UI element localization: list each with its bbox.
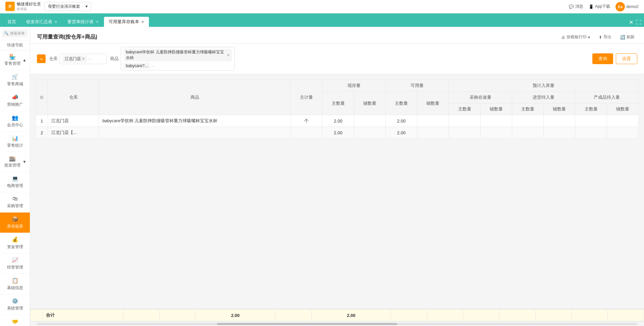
sidebar-quick-nav[interactable]: 快捷导航 <box>0 40 30 50</box>
refresh-label: 刷新 <box>627 34 635 40</box>
sidebar-item-finance-mgmt-label: 资金管理 <box>7 244 23 250</box>
industry-selector[interactable]: 母婴行业演示账套 ▾ <box>44 2 91 11</box>
sidebar-item-enterprise-collab[interactable]: 🤝 企业协同 <box>0 315 30 326</box>
setting-button[interactable]: 设置 <box>616 53 637 64</box>
sidebar-search[interactable]: 🔍 搜索菜单 <box>2 30 28 37</box>
table-cell <box>544 115 575 127</box>
table-cell <box>417 127 449 139</box>
product-filter: 商品 babycare学饮杯 儿童防摔防撞吸管杯重力球吸嘴杯宝宝水杯 ✕ bab… <box>110 47 235 71</box>
th-current-stock: 现存量 <box>322 80 386 92</box>
table-cell <box>607 115 638 127</box>
sidebar-item-retail-mgmt-label: 零售管理 <box>4 61 20 66</box>
marketing-icon: 📣 <box>12 94 18 100</box>
sidebar-item-basic-info[interactable]: 📋 基础信息 <box>0 274 30 294</box>
tab-order-summary-close[interactable]: ✕ <box>96 20 99 24</box>
sidebar-item-inventory-check-label: 库存核算 <box>7 224 23 229</box>
tab-available-stock[interactable]: 可用量库存账本 ✕ <box>104 17 149 27</box>
retail-mall-icon: 🛒 <box>12 74 18 80</box>
user-area[interactable]: Ea demo2 <box>615 2 639 11</box>
warehouse-label: 仓库 <box>49 56 58 62</box>
table-cell <box>354 127 385 139</box>
message-action[interactable]: 💬 消息 <box>569 4 583 9</box>
logo-text-area: 畅捷通好生意 标准版 <box>17 2 41 11</box>
download-action[interactable]: 📱 App下载 <box>589 4 610 9</box>
tab-expand-btn[interactable]: ⛶ <box>636 19 641 26</box>
page-actions: 🖨 按模板打印 ▾ ⬆ 导出 🔄 刷新 <box>558 33 637 41</box>
logo-icon: 好 <box>5 2 15 11</box>
refresh-btn[interactable]: 🔄 刷新 <box>618 33 637 41</box>
page-title: 可用量查询(按仓库+商品) <box>37 34 97 41</box>
total-empty1 <box>31 310 43 321</box>
th-pur-pending-aux: 辅数量 <box>544 103 575 115</box>
main-layout: 🔍 搜索菜单 快捷导航 🏪 零售管理 ▲ 🛒 零售商城 📣 营销推广 👥 会员中… <box>0 27 644 326</box>
logo-text: 畅捷通好生意 <box>17 2 41 6</box>
sidebar-item-retail-mall[interactable]: 🛒 零售商城 <box>0 70 30 91</box>
warehouse-input[interactable]: 江北门店 ✕ ··· <box>60 54 107 64</box>
warehouse-ellipsis[interactable]: ··· <box>88 56 92 61</box>
tab-receive-summary[interactable]: 收发存汇总表 ✕ <box>21 17 62 27</box>
product-tag1-value: babycare学饮杯 儿童防摔防撞吸管杯重力球吸嘴杯宝宝水杯 <box>126 49 226 61</box>
filter-toggle-btn[interactable]: » <box>37 54 46 63</box>
table-cell <box>575 115 607 127</box>
product-tag1-close[interactable]: ✕ <box>227 53 230 57</box>
th-prod-pending-aux: 辅数量 <box>607 103 638 115</box>
sidebar-item-retail-stats[interactable]: 📊 零售统计 <box>0 132 30 152</box>
data-table: ⚙ 仓库 商品 主计量 现存量 可用量 预计入库量 主数量 辅数量 主数量 辅数… <box>36 80 639 139</box>
wholesale-mgmt-icon: 🏬 <box>9 155 16 162</box>
sidebar-item-marketing[interactable]: 📣 营销推广 <box>0 91 30 111</box>
sidebar-item-finance-mgmt[interactable]: 💰 资金管理 <box>0 233 30 253</box>
warehouse-tag-value: 江北门店 <box>65 56 81 62</box>
table-cell <box>291 127 322 139</box>
sidebar-item-retail-stats-label: 零售统计 <box>7 143 23 148</box>
operation-mgmt-icon: 📈 <box>12 257 18 263</box>
query-button[interactable]: 查询 <box>592 53 613 64</box>
table-cell: 2.00 <box>385 115 417 127</box>
export-icon: ⬆ <box>599 35 602 40</box>
warehouse-tag-close[interactable]: ✕ <box>82 57 85 61</box>
total-avail-aux <box>391 310 427 321</box>
sidebar-item-wholesale-mgmt[interactable]: 🏬 批发管理 ▼ <box>0 152 30 172</box>
username: demo2 <box>626 4 639 9</box>
table-cell <box>354 115 385 127</box>
export-btn[interactable]: ⬆ 导出 <box>596 33 614 41</box>
table-cell: 2.00 <box>322 127 354 139</box>
sidebar-item-purchase-mgmt[interactable]: 🛍 采购管理 <box>0 192 30 213</box>
total-pt3 <box>499 310 536 321</box>
tab-receive-summary-close[interactable]: ✕ <box>54 20 57 24</box>
th-settings: ⚙ <box>36 80 48 115</box>
bottom-total: 合计 2.00 2.00 <box>30 309 644 321</box>
sidebar-item-inventory-check[interactable]: 📦 库存核算 <box>0 213 30 233</box>
gear-icon[interactable]: ⚙ <box>40 95 44 100</box>
purchase-mgmt-icon: 🛍 <box>12 196 18 202</box>
content-area: 可用量查询(按仓库+商品) 🖨 按模板打印 ▾ ⬆ 导出 🔄 刷新 <box>30 27 644 326</box>
top-bar-right: 💬 消息 📱 App下载 Ea demo2 <box>569 2 639 11</box>
enterprise-collab-icon: 🤝 <box>12 318 18 325</box>
total-row: 合计 2.00 2.00 <box>31 310 644 321</box>
total-pt4 <box>535 310 572 321</box>
product-input[interactable]: babycare学饮杯 儿童防摔防撞吸管杯重力球吸嘴杯宝宝水杯 ✕ babyca… <box>121 47 235 71</box>
tab-home[interactable]: 首页 <box>3 17 21 27</box>
search-placeholder: 搜索菜单 <box>10 31 25 36</box>
total-stock-aux <box>275 310 311 321</box>
sidebar-item-ecommerce-mgmt-label: 电商管理 <box>7 183 23 189</box>
scrollbar-track[interactable] <box>37 323 637 325</box>
sidebar-item-ecommerce-mgmt[interactable]: 💻 电商管理 <box>0 172 30 192</box>
scrollbar-thumb[interactable] <box>217 323 397 325</box>
th-main-unit: 主计量 <box>291 80 322 115</box>
download-icon: 📱 <box>589 4 594 9</box>
table-cell: 2 <box>36 127 48 139</box>
sidebar-item-system-mgmt[interactable]: ⚙️ 系统管理 <box>0 294 30 315</box>
search-icon: 🔍 <box>4 31 9 36</box>
sidebar-item-operation-mgmt[interactable]: 📈 经营管理 <box>0 253 30 274</box>
tab-close-all-btn[interactable]: ✕ <box>629 19 633 26</box>
arrow-right-icon: » <box>40 56 42 61</box>
product-ellipsis[interactable]: ··· <box>151 63 155 68</box>
scrollbar-area <box>30 321 644 326</box>
tab-available-stock-close[interactable]: ✕ <box>141 20 144 24</box>
print-btn[interactable]: 🖨 按模板打印 ▾ <box>558 33 593 41</box>
table-cell <box>512 115 543 127</box>
sidebar-item-retail-mgmt[interactable]: 🏪 零售管理 ▲ <box>0 50 30 70</box>
sidebar-item-member-center[interactable]: 👥 会员中心 <box>0 111 30 132</box>
tab-order-summary[interactable]: 要货单统计表 ✕ <box>63 17 103 27</box>
message-icon: 💬 <box>569 4 574 9</box>
